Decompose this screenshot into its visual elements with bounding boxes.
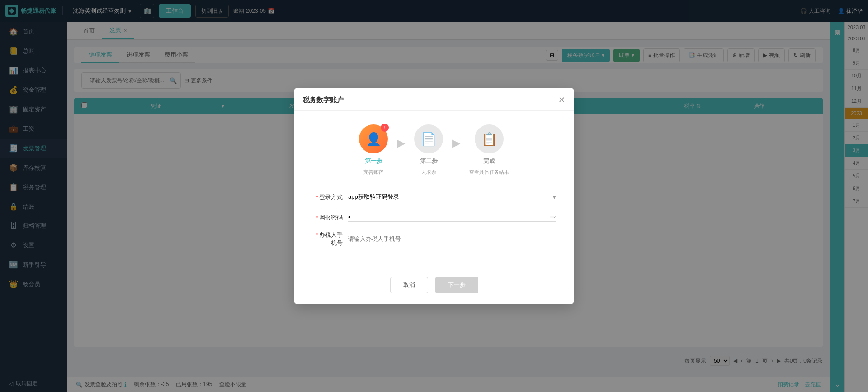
login-method-label: 登录方式 [312,193,348,201]
password-input[interactable] [348,213,550,221]
cancel-button[interactable]: 取消 [390,277,428,293]
dialog-close-btn[interactable]: ✕ [558,95,565,105]
step2-document-icon: 📄 [421,132,437,147]
step1-icon: 👤 ! [359,124,388,153]
step3-icon: 📋 [475,124,504,153]
dialog-title: 税务数字账户 [303,96,344,105]
step2-desc: 去取票 [421,169,436,176]
step-1: 👤 ! 第一步 完善账密 [359,124,388,176]
login-method-select[interactable]: app获取验证码登录 ▾ [348,190,556,204]
dialog-body: 👤 ! 第一步 完善账密 ▶ 📄 第二步 去取票 ▶ [294,111,574,270]
step3-clipboard-icon: 📋 [481,132,497,147]
dialog-form: 登录方式 app获取验证码登录 ▾ 网报密码 〰 办税人手机号 [312,190,556,247]
step1-label: 第一步 [365,157,382,165]
step2-label: 第二步 [420,157,438,165]
dialog-header: 税务数字账户 ✕ [294,88,574,111]
dialog-footer: 取消 下一步 [294,270,574,304]
form-row-password: 网报密码 〰 [312,213,556,222]
form-row-phone: 办税人手机号 [312,231,556,247]
login-method-arrow: ▾ [553,194,556,201]
phone-field-wrapper [348,233,556,245]
step1-desc: 完善账密 [363,169,383,176]
phone-input[interactable] [348,233,556,245]
next-button[interactable]: 下一步 [435,277,478,293]
steps: 👤 ! 第一步 完善账密 ▶ 📄 第二步 去取票 ▶ [312,124,556,176]
step3-desc: 查看具体任务结果 [469,169,509,176]
step-arrow-2: ▶ [452,137,460,164]
eye-icon[interactable]: 〰 [550,214,556,221]
password-label: 网报密码 [312,214,348,222]
step1-person-icon: 👤 [366,132,382,147]
login-method-value: app获取验证码登录 [348,193,399,201]
form-row-login-method: 登录方式 app获取验证码登录 ▾ [312,190,556,204]
step3-label: 完成 [483,157,495,165]
step-arrow-1: ▶ [397,137,405,164]
password-field-wrapper: 〰 [348,213,556,222]
overlay: 税务数字账户 ✕ 👤 ! 第一步 完善账密 ▶ [0,0,868,392]
phone-label: 办税人手机号 [312,231,348,247]
step2-icon: 📄 [414,124,443,153]
tax-digital-dialog: 税务数字账户 ✕ 👤 ! 第一步 完善账密 ▶ [294,88,574,304]
step1-badge: ! [381,124,389,132]
step-3: 📋 完成 查看具体任务结果 [469,124,509,176]
step-2: 📄 第二步 去取票 [414,124,443,176]
